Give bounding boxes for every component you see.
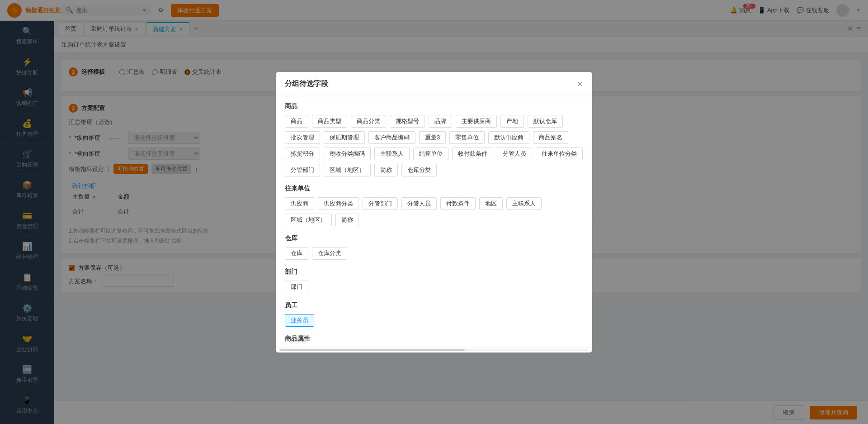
field-group-employee: 员工 业务员 [285,301,583,327]
modal-overlay: 分组待选字段 ✕ 商品 商品 商品类型 商品分类 规格型号 品牌 主要供应商 产… [0,0,868,424]
field-group-counterpart: 往来单位 供应商 供应商分类 分管部门 分管人员 付款条件 地区 主联系人 区域… [285,185,583,226]
field-tag-abbr[interactable]: 简称 [374,164,398,176]
field-tag-product-type[interactable]: 商品类型 [312,115,347,128]
field-tag-default-warehouse[interactable]: 默认仓库 [528,115,563,128]
field-group-warehouse-title: 仓库 [285,234,583,243]
field-tag-shelf-life[interactable]: 保质期管理 [324,131,365,144]
field-tag-warehouse-category[interactable]: 仓库分类 [312,247,347,260]
field-tag-customer-code[interactable]: 客户商品编码 [368,131,415,144]
field-tag-alias[interactable]: 商品别名 [533,131,568,144]
field-tag-supplier-cat[interactable]: 供应商分类 [318,197,359,210]
field-tag-warehouse-cat[interactable]: 仓库分类 [401,164,437,176]
field-tag-product[interactable]: 商品 [285,115,308,128]
field-tag-supplier[interactable]: 供应商 [285,197,314,210]
field-tag-spec[interactable]: 规格型号 [390,115,425,128]
hscroll-track [279,349,589,351]
field-tags-product: 商品 商品类型 商品分类 规格型号 品牌 主要供应商 产地 默认仓库 批次管理 … [285,115,583,176]
field-tag-counterpart-supervisor[interactable]: 分管人员 [401,197,437,210]
field-group-warehouse: 仓库 仓库 仓库分类 [285,234,583,260]
field-tag-main-contact[interactable]: 主联系人 [374,148,410,160]
field-tag-counterpart-contact[interactable]: 主联系人 [506,197,542,210]
field-tag-payment-cond[interactable]: 付款条件 [440,197,476,210]
modal-header: 分组待选字段 ✕ [276,72,592,95]
field-tag-warehouse[interactable]: 仓库 [285,247,308,260]
field-group-product-title: 商品 [285,102,583,110]
modal: 分组待选字段 ✕ 商品 商品 商品类型 商品分类 规格型号 品牌 主要供应商 产… [276,72,592,353]
field-group-dept: 部门 部门 [285,268,583,293]
field-group-product: 商品 商品 商品类型 商品分类 规格型号 品牌 主要供应商 产地 默认仓库 批次… [285,102,583,176]
field-tags-dept: 部门 [285,281,583,293]
field-group-product-attr-title: 商品属性 [285,335,583,343]
field-tags-counterpart: 供应商 供应商分类 分管部门 分管人员 付款条件 地区 主联系人 区域（地区） … [285,197,583,226]
field-tag-department[interactable]: 部门 [285,281,308,293]
field-tag-dept[interactable]: 分管部门 [285,164,320,176]
field-group-employee-title: 员工 [285,301,583,310]
modal-hscroll[interactable] [276,348,592,352]
field-tag-product-category[interactable]: 商品分类 [351,115,386,128]
field-tag-area[interactable]: 地区 [479,197,503,210]
field-tag-counterpart-category[interactable]: 往来单位分类 [536,148,583,160]
field-tag-region[interactable]: 区域（地区） [324,164,371,176]
field-tag-origin[interactable]: 产地 [500,115,524,128]
modal-close-btn[interactable]: ✕ [576,79,583,89]
field-group-counterpart-title: 往来单位 [285,185,583,193]
field-tag-default-supplier[interactable]: 默认供应商 [488,131,529,144]
field-tags-employee: 业务员 [285,314,583,327]
field-tag-weight3[interactable]: 重量3 [419,131,446,144]
field-tag-batch-mgmt[interactable]: 批次管理 [285,131,320,144]
field-tag-tax-code[interactable]: 税收分类编码 [324,148,371,160]
field-tag-main-supplier[interactable]: 主要供应商 [456,115,497,128]
field-tag-salesperson[interactable]: 业务员 [285,314,314,327]
modal-title: 分组待选字段 [285,79,328,89]
field-tag-counterpart-region[interactable]: 区域（地区） [285,214,332,226]
field-tag-brand[interactable]: 品牌 [429,115,452,128]
field-group-product-attr: 商品属性 属性 颜色 多规格 尺码 鞋码 1 [285,335,583,348]
field-tag-counterpart-abbr[interactable]: 简称 [335,214,359,226]
field-tags-warehouse: 仓库 仓库分类 [285,247,583,260]
field-tag-settlement-unit[interactable]: 结算单位 [413,148,448,160]
field-tag-counterpart-dept[interactable]: 分管部门 [363,197,398,210]
field-tag-retail-unit[interactable]: 零售单位 [449,131,485,144]
hscroll-thumb [279,349,465,351]
modal-body: 商品 商品 商品类型 商品分类 规格型号 品牌 主要供应商 产地 默认仓库 批次… [276,95,592,348]
field-tag-payment-terms[interactable]: 收付款条件 [452,148,493,160]
field-tag-supervisor[interactable]: 分管人员 [497,148,532,160]
field-group-dept-title: 部门 [285,268,583,276]
field-tag-pick-points[interactable]: 拣货积分 [285,148,320,160]
